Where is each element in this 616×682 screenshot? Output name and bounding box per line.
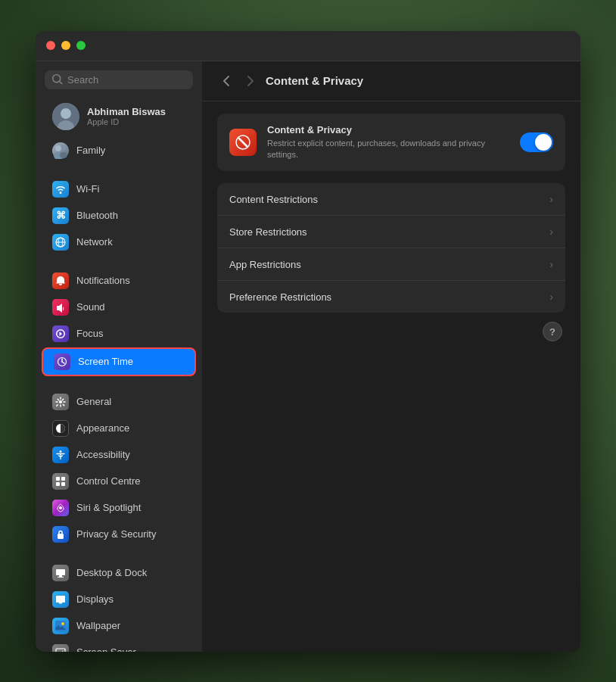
sidebar-item-notifications[interactable]: Notifications [42,268,196,294]
sidebar-item-displays[interactable]: Displays [42,587,196,612]
main-body: Content & Privacy Restrict explicit cont… [202,101,580,652]
screentime-icon [54,353,70,370]
sidebar-item-family[interactable]: Family [42,138,196,163]
sidebar-item-wallpaper[interactable]: Wallpaper [42,613,196,639]
privacy-card-text: Content & Privacy Restrict explicit cont… [267,124,509,161]
svg-rect-19 [61,482,65,486]
sidebar-item-wifi[interactable]: Wi-Fi [42,176,196,202]
chevron-right-icon: › [549,193,553,205]
sidebar-item-label: Bluetooth [76,210,118,221]
user-info: Abhiman Biswas Apple ID [87,106,166,126]
help-button[interactable]: ? [543,322,562,341]
user-profile[interactable]: Abhiman Biswas Apple ID [42,98,196,135]
sidebar-item-label: Network [76,236,113,248]
sidebar-item-screentime[interactable]: Screen Time [42,347,196,376]
store-restrictions-item[interactable]: Store Restrictions › [217,216,565,248]
maximize-button[interactable] [76,41,86,50]
network-icon [52,234,69,251]
general-icon [52,394,69,410]
minimize-button[interactable] [61,41,70,50]
sidebar-item-sound[interactable]: Sound [42,294,196,320]
search-box[interactable]: Search [45,70,193,89]
sidebar-item-label: Privacy & Security [76,528,156,540]
page-title: Content & Privacy [266,74,363,87]
privacy-card: Content & Privacy Restrict explicit cont… [217,114,565,172]
privacy-toggle[interactable] [520,132,553,152]
sidebar-item-network[interactable]: Network [42,229,196,255]
sidebar-item-label: Wi-Fi [76,183,99,195]
notifications-icon [52,272,69,289]
sidebar-item-siri[interactable]: Siri & Spotlight [42,495,196,521]
sidebar-item-label: Focus [76,328,103,339]
svg-point-3 [55,145,61,151]
displays-icon [52,591,69,608]
preference-restrictions-item[interactable]: Preference Restrictions › [217,281,565,313]
titlebar [36,31,580,61]
sidebar-item-label: Desktop & Dock [76,567,147,578]
svg-rect-16 [56,477,60,481]
sidebar-item-label: Family [76,145,105,156]
svg-rect-29 [56,649,65,652]
search-icon [52,74,63,85]
close-button[interactable] [46,41,55,50]
sidebar-item-accessibility[interactable]: Accessibility [42,442,196,468]
focus-icon [52,325,69,342]
chevron-right-icon: › [549,258,553,270]
search-container: Search [36,70,202,98]
privacy-card-subtitle: Restrict explicit content, purchases, do… [267,138,509,161]
svg-point-6 [60,152,67,158]
sidebar-item-label: Appearance [76,422,129,434]
app-restrictions-item[interactable]: App Restrictions › [217,248,565,281]
search-placeholder: Search [67,74,98,86]
appearance-icon [52,420,69,437]
sidebar: Search Abhiman Biswas Apple ID [36,61,202,652]
sidebar-item-label: Screen Saver [76,646,136,652]
sidebar-item-appearance[interactable]: Appearance [42,416,196,441]
chevron-right-icon: › [549,291,553,303]
svg-point-13 [59,400,62,403]
sidebar-item-label: Siri & Spotlight [76,502,141,513]
sidebar-item-desktop[interactable]: Desktop & Dock [42,560,196,586]
help-label: ? [549,326,555,338]
sidebar-item-label: Control Centre [76,475,141,487]
svg-point-20 [59,506,62,509]
svg-rect-25 [56,596,65,603]
sidebar-item-general[interactable]: General [42,389,196,415]
sidebar-item-label: Sound [76,301,105,313]
siri-icon [52,500,69,516]
sidebar-item-label: Accessibility [76,449,130,460]
svg-rect-18 [56,482,60,486]
privacy-card-title: Content & Privacy [267,124,509,135]
system-preferences-window: Search Abhiman Biswas Apple ID [36,31,580,652]
sidebar-item-label: Wallpaper [76,620,120,631]
svg-rect-23 [59,575,62,577]
sidebar-item-bluetooth[interactable]: ⌘ Bluetooth [42,203,196,229]
sidebar-item-screensaver[interactable]: Screen Saver [42,640,196,652]
svg-point-1 [61,108,71,119]
sidebar-item-controlcentre[interactable]: Control Centre [42,469,196,494]
privacy-icon [52,526,69,543]
forward-button[interactable] [241,72,260,90]
back-button[interactable] [217,72,235,90]
user-name: Abhiman Biswas [87,106,166,117]
sidebar-item-label: General [76,396,111,407]
avatar [52,103,79,130]
window-content: Search Abhiman Biswas Apple ID [36,61,580,652]
help-row: ? [217,313,565,350]
restriction-list: Content Restrictions › Store Restriction… [217,183,565,313]
restriction-label: App Restrictions [229,259,301,270]
svg-point-15 [60,450,62,453]
restriction-label: Store Restrictions [229,226,307,238]
wifi-icon [52,181,69,198]
sidebar-item-focus[interactable]: Focus [42,321,196,347]
svg-rect-17 [61,477,65,481]
content-restrictions-item[interactable]: Content Restrictions › [217,183,565,216]
sidebar-item-label: Notifications [76,275,130,286]
restriction-label: Content Restrictions [229,194,318,205]
sound-icon [52,299,69,316]
toggle-knob [535,134,552,151]
svg-rect-26 [59,603,62,604]
desktop-icon [52,565,69,581]
chevron-right-icon: › [549,226,553,238]
sidebar-item-privacy[interactable]: Privacy & Security [42,522,196,547]
